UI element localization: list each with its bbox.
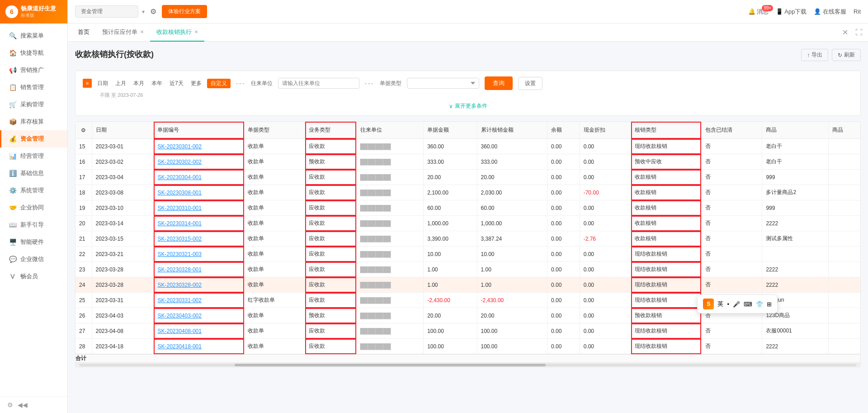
scroll-thumb[interactable] [235,364,546,366]
horizontal-scrollbar[interactable] [75,362,860,367]
th-gear[interactable]: ⚙ [75,122,92,139]
td-cash-discount: 0.00 [580,200,631,216]
collapse-icon[interactable]: ◀◀ [18,401,28,408]
tab-receivables-close[interactable]: ✕ [140,29,144,34]
td-total-verified: -2,430.00 [477,293,547,308]
sidebar-item-label: 快捷导航 [20,49,44,57]
tab-collection-close[interactable]: ✕ [194,29,198,34]
td-order-no[interactable]: SK-20230302-002 [154,154,244,170]
tab-close-icon[interactable]: ✕ [840,26,850,38]
filter-order-type-select[interactable] [407,78,479,89]
td-include-settled: 否 [701,139,762,154]
float-mic-icon[interactable]: 🎤 [733,301,740,308]
filter-date-7days[interactable]: 近7天 [168,79,185,88]
td-product-img [828,293,860,308]
sidebar-item-guide[interactable]: 📖 新手引导 [0,216,67,233]
breadcrumb-dropdown-arrow[interactable]: ▾ [142,9,145,15]
td-biz-type: 预收款 [305,308,357,323]
filter-date-more[interactable]: 更多 [189,79,203,88]
sidebar-item-search[interactable]: 🔍 搜索菜单 [0,27,67,44]
filter-customer-input[interactable] [278,78,359,89]
td-product-img [828,185,860,200]
filter-expand-conditions[interactable]: ∨ 展开更多条件 [83,102,853,110]
td-balance: 0.00 [547,262,580,277]
td-order-no[interactable]: SK-20230321-003 [154,247,244,262]
float-shirt-icon[interactable]: 👕 [756,301,763,308]
td-total-verified: 20.00 [477,170,547,185]
sidebar-item-quick-nav[interactable]: 🏠 快捷导航 [0,44,67,62]
sidebar-item-hardware[interactable]: 🖥️ 智能硬件 [0,233,67,251]
filter-query-button[interactable]: 查询 [485,76,513,90]
sidebar-item-purchase[interactable]: 🛒 采购管理 [0,96,67,113]
td-order-no[interactable]: SK-20230304-001 [154,170,244,185]
filter-expand-button[interactable]: » [83,79,92,88]
sidebar-item-operations[interactable]: 📊 经营管理 [0,147,67,165]
tab-receivables[interactable]: 预计应应付单 ✕ [96,24,150,42]
tab-home[interactable]: 首页 [71,24,96,42]
tab-collection[interactable]: 收款核销执行 ✕ [150,24,204,42]
sidebar-item-corp[interactable]: 🤝 企业协同 [0,199,67,216]
sidebar-item-marketing[interactable]: 📢 营销推广 [0,62,67,79]
td-cash-discount: -70.00 [580,185,631,200]
td-date: 2023-03-04 [92,170,154,185]
td-cash-discount: 0.00 [580,308,631,323]
td-order-no[interactable]: SK-20230308-001 [154,185,244,200]
sidebar-item-system[interactable]: ⚙️ 系统管理 [0,182,67,199]
online-service-button[interactable]: 👤 在线客服 [814,8,846,16]
tab-maximize-icon[interactable]: ⛶ [854,27,864,38]
sidebar-item-finance[interactable]: 💰 资金管理 [0,130,67,147]
table-row: 232023-03-28SK-20230328-001收款单应收款███████… [75,262,860,277]
sidebar-item-basic[interactable]: ℹ️ 基础信息 [0,165,67,182]
td-biz-type: 应收款 [305,139,357,154]
sidebar-item-inventory[interactable]: 📦 库存核算 [0,113,67,130]
td-order-no[interactable]: SK-20230328-002 [154,277,244,293]
table-settings-icon[interactable]: ⚙ [81,127,86,133]
table-row: 192023-03-10SK-20230310-001收款单应收款███████… [75,200,860,216]
info-icon: ℹ️ [9,170,17,177]
th-cash-discount: 现金折扣 [580,122,631,139]
td-amount: 360.00 [424,139,477,154]
td-order-no[interactable]: SK-20230314-001 [154,216,244,231]
td-order-no[interactable]: SK-20230301-002 [154,139,244,154]
refresh-button[interactable]: ↻ 刷新 [832,49,861,61]
sidebar-item-sales[interactable]: 📋 销售管理 [0,79,67,96]
industry-solution-button[interactable]: 体验行业方案 [162,5,207,18]
sidebar-item-wechat[interactable]: 💬 企业微信 [0,251,67,268]
logo-sub: 标准版 [21,12,56,19]
td-customer: ████████ [356,185,424,200]
td-amount: 333.00 [424,154,477,170]
top-header: 资金管理 ▾ ⚙ 体验行业方案 🔔 消息 99+ 📱 App下载 👤 在线客服 … [68,0,868,24]
settings-bottom-icon[interactable]: ⚙ [7,401,13,408]
td-order-no[interactable]: SK-20230408-001 [154,323,244,339]
td-order-no[interactable]: SK-20230403-002 [154,308,244,323]
td-order-no[interactable]: SK-20230315-002 [154,231,244,247]
header-gear-icon[interactable]: ⚙ [148,5,158,18]
td-order-no[interactable]: SK-20230331-002 [154,293,244,308]
sidebar-item-label: 采购管理 [20,100,44,109]
float-keyboard-icon[interactable]: ⌨ [744,301,752,308]
td-order-no[interactable]: SK-20230418-001 [154,339,244,355]
td-row-no: 24 [75,277,92,293]
app-download-button[interactable]: 📱 App下载 [776,8,807,16]
export-button[interactable]: ↑ 导出 [801,49,828,61]
td-row-no: 27 [75,323,92,339]
filter-date-lastmonth[interactable]: 上月 [113,79,128,88]
td-row-no: 26 [75,308,92,323]
td-order-no[interactable]: SK-20230310-001 [154,200,244,216]
user-menu[interactable]: Rit [854,8,861,15]
filter-row: » 日期 上月 本月 本年 近7天 更多 自定义 ··· 往来单位 ··· 单据… [83,76,853,90]
td-order-no[interactable]: SK-20230328-001 [154,262,244,277]
td-cash-discount: -2.76 [580,231,631,247]
td-include-settled: 否 [701,170,762,185]
td-product-img [828,323,860,339]
filter-date-custom-button[interactable]: 自定义 [207,79,231,88]
filter-date-thisyear[interactable]: 本年 [150,79,164,88]
filter-date-thismonth[interactable]: 本月 [132,79,146,88]
td-biz-type: 预收款 [305,154,357,170]
float-grid-icon[interactable]: ⊞ [767,301,772,308]
filter-setting-button[interactable]: 设置 [518,77,542,90]
sidebar-item-member[interactable]: V 畅会员 [0,268,67,285]
float-text-icon[interactable]: 英 [717,300,723,308]
notice-button[interactable]: 🔔 消息 99+ [748,8,769,16]
td-product-img [828,339,860,355]
